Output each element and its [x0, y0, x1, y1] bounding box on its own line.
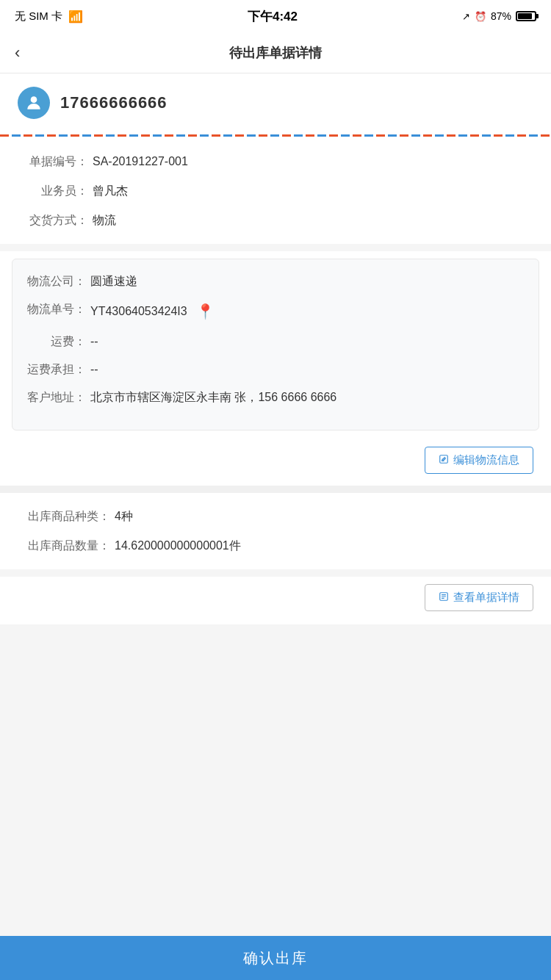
order-number-row: 单据编号： SA-20191227-001: [22, 153, 529, 170]
customer-phone: 17666666666: [60, 93, 168, 112]
carrier-label: 无 SIM 卡: [15, 10, 62, 24]
delivery-method-row: 交货方式： 物流: [22, 212, 529, 229]
tracking-row: YT43064053424I3 📍: [86, 300, 215, 323]
wifi-icon: 📶: [68, 10, 83, 24]
empty-space: [0, 624, 551, 936]
avatar: [18, 87, 50, 119]
goods-section: 出库商品种类： 4种 出库商品数量： 14.620000000000001件: [0, 493, 551, 569]
order-info-section: 单据编号： SA-20191227-001 业务员： 曾凡杰 交货方式： 物流: [0, 138, 551, 244]
status-time: 下午4:42: [248, 8, 298, 25]
confirm-button[interactable]: 确认出库: [0, 936, 551, 980]
edit-logistics-button[interactable]: 编辑物流信息: [425, 447, 533, 474]
tracking-number-label: 物流单号：: [27, 300, 86, 318]
status-right: ↗ ⏰ 87%: [462, 10, 536, 22]
battery-icon: [516, 11, 536, 21]
alarm-icon: ⏰: [475, 11, 486, 22]
page-title: 待出库单据详情: [229, 44, 322, 62]
sales-person-value: 曾凡杰: [93, 182, 529, 200]
logistics-company-row: 物流公司： 圆通速递: [27, 273, 524, 290]
tracking-number-row: 物流单号： YT43064053424I3 📍: [27, 300, 524, 323]
logistics-company-value: 圆通速递: [90, 273, 524, 290]
sales-person-row: 业务员： 曾凡杰: [22, 182, 529, 200]
goods-types-label: 出库商品种类：: [22, 508, 110, 525]
address-label: 客户地址：: [27, 389, 86, 406]
view-detail-label: 查看单据详情: [453, 591, 519, 605]
view-detail-button[interactable]: 查看单据详情: [425, 584, 533, 611]
goods-types-row: 出库商品种类： 4种: [22, 508, 529, 525]
status-left: 无 SIM 卡 📶: [15, 10, 83, 24]
back-button[interactable]: ‹: [9, 37, 26, 68]
delivery-method-value: 物流: [93, 212, 529, 229]
order-number-label: 单据编号：: [22, 153, 88, 170]
freight-bearer-value: --: [90, 361, 524, 378]
customer-header: 17666666666: [0, 73, 551, 132]
list-icon: [439, 591, 449, 604]
delivery-method-label: 交货方式：: [22, 212, 88, 229]
status-bar: 无 SIM 卡 📶 下午4:42 ↗ ⏰ 87%: [0, 0, 551, 32]
edit-logistics-container: 编辑物流信息: [0, 438, 551, 486]
edit-logistics-label: 编辑物流信息: [453, 453, 519, 467]
location-status-icon: ↗: [462, 11, 470, 22]
logistics-card: 物流公司： 圆通速递 物流单号： YT43064053424I3 📍 运费： -…: [12, 259, 539, 430]
battery-label: 87%: [491, 10, 511, 22]
address-value: 北京市市辖区海淀区永丰南 张，156 6666 6666: [90, 389, 524, 406]
order-number-value: SA-20191227-001: [93, 153, 529, 170]
sales-person-label: 业务员：: [22, 182, 88, 200]
freight-bearer-row: 运费承担： --: [27, 361, 524, 378]
address-row: 客户地址： 北京市市辖区海淀区永丰南 张，156 6666 6666: [27, 389, 524, 406]
edit-icon: [439, 454, 449, 466]
tracking-number-value: YT43064053424I3: [90, 303, 187, 320]
freight-label: 运费：: [27, 333, 86, 350]
goods-types-value: 4种: [115, 508, 529, 525]
nav-bar: ‹ 待出库单据详情: [0, 32, 551, 73]
goods-quantity-label: 出库商品数量：: [22, 537, 110, 555]
confirm-button-label: 确认出库: [243, 948, 308, 968]
freight-value: --: [90, 333, 524, 350]
goods-quantity-value: 14.620000000000001件: [115, 537, 529, 555]
freight-bearer-label: 运费承担：: [27, 361, 86, 378]
view-detail-container: 查看单据详情: [0, 577, 551, 624]
freight-row: 运费： --: [27, 333, 524, 350]
goods-quantity-row: 出库商品数量： 14.620000000000001件: [22, 537, 529, 555]
logistics-company-label: 物流公司：: [27, 273, 86, 290]
svg-point-0: [31, 96, 37, 103]
section-separator: [0, 486, 551, 493]
location-icon[interactable]: 📍: [196, 300, 215, 323]
dashed-divider: [0, 132, 551, 138]
